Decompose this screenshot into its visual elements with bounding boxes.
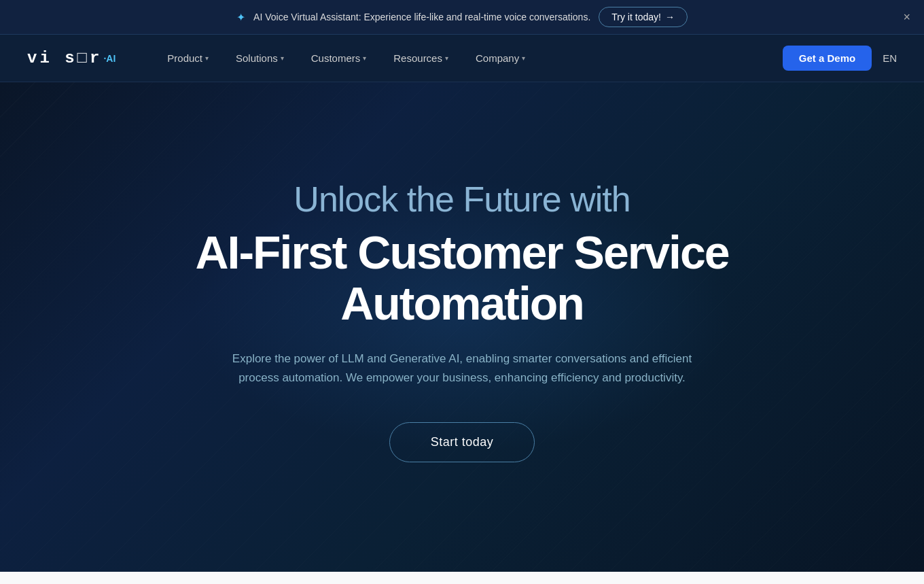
hero-description: Explore the power of LLM and Generative … [224,349,700,389]
nav-item-customers[interactable]: Customers ▾ [300,46,378,71]
nav-label-solutions: Solutions [236,52,278,64]
try-it-button[interactable]: Try it today! → [599,7,688,27]
bottom-section: Innovative Solutions Trusted by Industry… [0,572,924,584]
nav-links: Product ▾ Solutions ▾ Customers ▾ Resour… [156,46,782,71]
chevron-down-icon: ▾ [445,54,448,62]
get-demo-button[interactable]: Get a Demo [783,46,872,71]
announcement-text: AI Voice Virtual Assistant: Experience l… [253,12,590,22]
chevron-down-icon: ▾ [363,54,366,62]
start-today-button[interactable]: Start today [389,422,535,462]
logo-ai-badge: ·AI [103,53,116,64]
star-icon: ✦ [236,11,245,24]
nav-label-resources: Resources [393,52,442,64]
nav-label-company: Company [476,52,519,64]
chevron-down-icon: ▾ [205,54,209,62]
logo-wordmark: vi s□r [27,49,102,67]
nav-label-customers: Customers [311,52,361,64]
nav-item-company[interactable]: Company ▾ [465,46,536,71]
nav-item-solutions[interactable]: Solutions ▾ [225,46,295,71]
logo[interactable]: vi s□r·AI [27,49,116,67]
hero-section: Unlock the Future with AI-First Customer… [0,82,924,572]
hero-content: Unlock the Future with AI-First Customer… [156,178,768,463]
nav-label-product: Product [167,52,202,64]
arrow-icon: → [665,12,675,22]
hero-subtitle: Unlock the Future with [156,178,768,220]
chevron-down-icon: ▾ [281,54,284,62]
chevron-down-icon: ▾ [522,54,525,62]
navbar: vi s□r·AI Product ▾ Solutions ▾ Customer… [0,35,924,82]
announcement-bar: ✦ AI Voice Virtual Assistant: Experience… [0,0,924,35]
language-selector[interactable]: EN [883,52,897,64]
hero-title: AI-First Customer Service Automation [156,227,768,329]
nav-item-product[interactable]: Product ▾ [156,46,219,71]
nav-right: Get a Demo EN [783,46,897,71]
nav-item-resources[interactable]: Resources ▾ [383,46,459,71]
close-button[interactable]: × [903,11,910,23]
